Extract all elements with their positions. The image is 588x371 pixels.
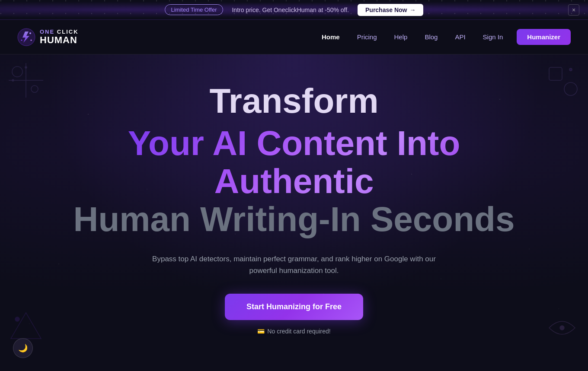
logo-texts: ONE CLICK HUMAN	[40, 29, 79, 45]
main-nav: Home Pricing Help Blog API Sign In Human…	[96, 29, 571, 45]
announcement-close-button[interactable]: ×	[568, 4, 579, 16]
start-humanizing-button[interactable]: Start Humanizing for Free	[225, 294, 363, 320]
logo-icon	[17, 28, 35, 46]
corner-deco-tr	[545, 63, 579, 98]
hero-title-gradient: Your AI Content Into Authentic	[128, 124, 460, 200]
logo[interactable]: ONE CLICK HUMAN	[17, 28, 79, 46]
purchase-now-button[interactable]: Purchase Now →	[358, 4, 423, 16]
svg-point-13	[564, 82, 577, 95]
hero-subtitle: Bypass top AI detectors, maintain perfec…	[143, 253, 445, 276]
svg-point-11	[12, 79, 14, 81]
hero-titles: Transform Your AI Content Into Authentic…	[74, 82, 515, 243]
hero-section: Transform Your AI Content Into Authentic…	[0, 54, 588, 354]
hero-no-cc: 💳 No credit card required!	[257, 328, 330, 335]
no-cc-text: No credit card required!	[267, 328, 330, 335]
nav-help[interactable]: Help	[387, 30, 415, 44]
svg-point-16	[15, 317, 19, 321]
nav-pricing[interactable]: Pricing	[350, 30, 384, 44]
dark-mode-toggle[interactable]: 🌙	[13, 338, 33, 358]
announcement-text: Intro price. Get OneclickHuman at -50% o…	[232, 6, 349, 13]
nav-home[interactable]: Home	[315, 30, 347, 44]
logo-human: HUMAN	[40, 35, 79, 45]
credit-card-icon: 💳	[257, 328, 265, 335]
nav-blog[interactable]: Blog	[418, 30, 444, 44]
hero-title-seconds: Human Writing-In Seconds	[74, 200, 515, 238]
nav-api[interactable]: API	[448, 30, 472, 44]
svg-point-6	[12, 67, 22, 77]
svg-rect-12	[549, 67, 562, 80]
nav-signin[interactable]: Sign In	[476, 30, 510, 44]
svg-point-7	[31, 86, 38, 92]
announcement-bar: Limited Time Offer Intro price. Get Onec…	[0, 0, 588, 20]
svg-point-3	[29, 32, 31, 34]
header: ONE CLICK HUMAN Home Pricing Help Blog A…	[0, 20, 588, 54]
svg-point-4	[21, 39, 22, 41]
corner-deco-br	[545, 311, 579, 345]
logo-one-click: ONE CLICK	[40, 29, 79, 35]
svg-marker-15	[11, 313, 41, 339]
moon-icon: 🌙	[18, 343, 28, 353]
svg-point-17	[560, 326, 564, 330]
svg-point-14	[569, 68, 572, 71]
svg-point-5	[31, 39, 32, 41]
nav-humanizer-button[interactable]: Humanizer	[517, 29, 571, 45]
announcement-badge: Limited Time Offer	[165, 4, 224, 15]
hero-title-transform: Transform	[209, 82, 378, 120]
corner-deco-tl	[9, 63, 43, 98]
svg-point-10	[25, 67, 27, 68]
